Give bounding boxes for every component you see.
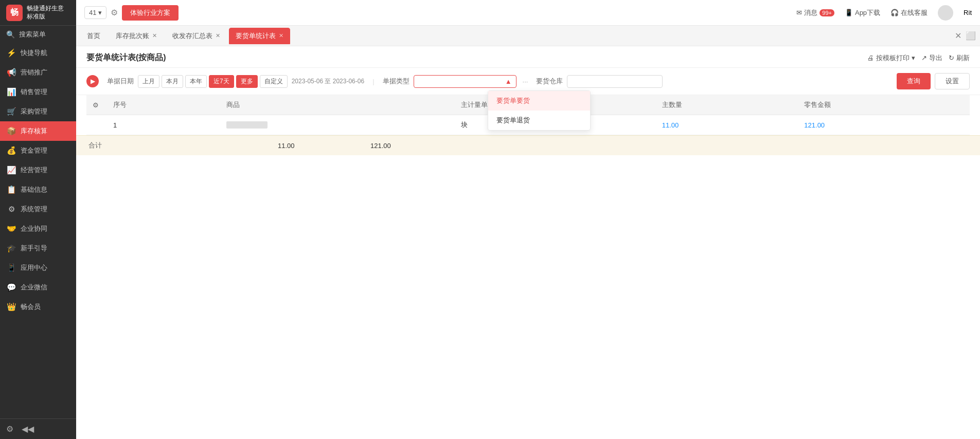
nav-label-app-center: 应用中心: [21, 263, 47, 272]
type-input[interactable]: [418, 78, 505, 85]
nav-icon-member: 👑: [6, 302, 16, 312]
dropdown-item-order-request[interactable]: 要货单要货: [488, 91, 590, 111]
sidebar-item-inventory[interactable]: 📦库存核算: [0, 121, 76, 141]
nav-label-operation: 经营管理: [21, 166, 47, 175]
page-actions: 🖨 按模板打印 ▾ ↗ 导出 ↻ 刷新: [867, 53, 970, 63]
tab-close-inventory-batch[interactable]: ✕: [152, 32, 157, 39]
sidebar-item-sales[interactable]: 📊销售管理: [0, 82, 76, 102]
custom-date-btn[interactable]: 自定义: [260, 75, 288, 88]
filter-expand-button[interactable]: ▶: [86, 75, 99, 87]
refresh-button[interactable]: ↻ 刷新: [949, 53, 970, 63]
nav-icon-quick-nav: ⚡: [6, 48, 16, 58]
service-icon: 🎧: [890, 9, 899, 16]
sidebar-item-operation[interactable]: 📈经营管理: [0, 160, 76, 180]
export-button[interactable]: ↗ 导出: [921, 53, 942, 63]
nav-label-system: 系统管理: [21, 205, 47, 214]
warehouse-input[interactable]: [572, 78, 658, 85]
tab-close-collect-summary[interactable]: ✕: [216, 32, 220, 39]
sidebar-item-finance[interactable]: 💰资金管理: [0, 141, 76, 160]
this-month-btn[interactable]: 本月: [162, 75, 183, 88]
page-header: 要货单统计表(按商品) 🖨 按模板打印 ▾ ↗ 导出 ↻ 刷新: [76, 46, 980, 68]
separator: |: [372, 78, 374, 85]
tab-label-collect-summary: 收发存汇总表: [172, 31, 212, 41]
collapse-icon[interactable]: ◀◀: [22, 424, 34, 434]
online-service-label: 在线客服: [901, 8, 928, 17]
quantity-link[interactable]: 11.00: [662, 121, 679, 129]
company-selector[interactable]: 41 ▾: [84, 6, 106, 19]
sidebar-item-purchase[interactable]: 🛒采购管理: [0, 102, 76, 121]
table-footer: 合计 11.00 121.00: [76, 135, 980, 155]
app-logo: 畅: [6, 5, 23, 21]
dropdown-item-order-return[interactable]: 要货单退货: [488, 111, 590, 130]
chevron-down-icon: ▾: [98, 9, 102, 16]
app-download-item[interactable]: 📱 App下载: [845, 8, 880, 17]
sidebar-item-basic[interactable]: 📋基础信息: [0, 180, 76, 199]
restore-icon[interactable]: ⬜: [966, 31, 976, 41]
sidebar-item-system[interactable]: ⚙系统管理: [0, 199, 76, 219]
type-input-wrapper[interactable]: ▲: [414, 75, 516, 88]
sidebar-item-wechat[interactable]: 💬企业微信: [0, 278, 76, 297]
table-settings-icon[interactable]: ⚙: [93, 101, 99, 109]
amount-link[interactable]: 121.00: [804, 121, 825, 129]
app-title: 畅捷通好生意 标准版: [27, 5, 64, 21]
this-year-btn[interactable]: 本年: [185, 75, 207, 88]
footer-amount: 121.00: [370, 142, 432, 150]
settings-icon[interactable]: ⚙: [6, 424, 13, 434]
settings-gear-icon[interactable]: ⚙: [111, 8, 118, 17]
settings-column-header: ⚙: [86, 95, 107, 115]
page-title: 要货单统计表(按商品): [86, 52, 166, 63]
sidebar-item-app-center[interactable]: 📱应用中心: [0, 258, 76, 278]
nav-label-basic: 基础信息: [21, 185, 47, 194]
type-chevron-up-icon[interactable]: ▲: [505, 78, 512, 85]
sidebar-item-quick-nav[interactable]: ⚡快捷导航: [0, 43, 76, 63]
sidebar-item-member[interactable]: 👑畅会员: [0, 297, 76, 317]
nav-label-finance: 资金管理: [21, 146, 47, 155]
row-amount: 121.00: [798, 115, 970, 135]
last-month-btn[interactable]: 上月: [138, 75, 159, 88]
warehouse-input-wrapper[interactable]: [567, 75, 663, 88]
footer-quantity: 11.00: [278, 142, 340, 150]
nav-label-wechat: 企业微信: [21, 283, 47, 292]
nav-label-newbie: 新手引导: [21, 244, 47, 253]
tab-inventory-batch[interactable]: 库存批次账✕: [109, 28, 164, 44]
settings-button[interactable]: 设置: [935, 73, 970, 89]
sidebar-nav: ⚡快捷导航📢营销推广📊销售管理🛒采购管理📦库存核算💰资金管理📈经营管理📋基础信息…: [0, 43, 76, 418]
trial-button[interactable]: 体验行业方案: [122, 5, 179, 21]
tab-home[interactable]: 首页: [80, 28, 107, 44]
tab-collect-summary[interactable]: 收发存汇总表✕: [166, 28, 227, 44]
row-index: 1: [107, 115, 220, 135]
print-button[interactable]: 🖨 按模板打印 ▾: [867, 53, 915, 63]
tab-close-order-summary[interactable]: ✕: [279, 32, 283, 39]
dropdown-overlay: 要货单要货要货单退货: [488, 90, 591, 131]
selector-value: 41: [89, 9, 96, 16]
query-button[interactable]: 查询: [897, 73, 931, 89]
search-icon: 🔍: [6, 30, 15, 39]
page-content: 要货单统计表(按商品) 🖨 按模板打印 ▾ ↗ 导出 ↻ 刷新 ▶: [76, 46, 980, 439]
nav-label-member: 畅会员: [21, 302, 41, 312]
more-btn[interactable]: 更多: [236, 75, 258, 88]
warehouse-filter-group: 要货仓库: [536, 75, 663, 88]
sidebar-search[interactable]: 🔍 搜索菜单: [0, 26, 76, 43]
print-chevron-icon: ▾: [912, 54, 915, 62]
sidebar-item-enterprise[interactable]: 🤝企业协同: [0, 219, 76, 239]
topbar-right: ✉ 消息 99+ 📱 App下载 🎧 在线客服 Rit: [796, 5, 972, 21]
message-item[interactable]: ✉ 消息 99+: [796, 8, 834, 17]
print-icon: 🖨: [867, 54, 874, 62]
nav-label-purchase: 采购管理: [21, 107, 47, 116]
filter-more-icon[interactable]: ···: [523, 78, 528, 85]
nav-icon-app-center: 📱: [6, 263, 16, 272]
last-7days-btn[interactable]: 近7天: [209, 75, 234, 88]
nav-label-quick-nav: 快捷导航: [21, 48, 47, 58]
row-product: [220, 115, 455, 135]
footer-label: 合计: [82, 141, 195, 150]
filter-bar: ▶ 单据日期 上月 本月 本年 近7天 更多 自定义 2023-05-06 至 …: [76, 68, 980, 95]
col-index: 序号: [107, 95, 220, 115]
warehouse-label: 要货仓库: [536, 77, 563, 86]
sidebar-item-marketing[interactable]: 📢营销推广: [0, 63, 76, 82]
avatar[interactable]: [938, 5, 953, 21]
tabs-right-actions: ✕ ⬜: [955, 31, 976, 41]
tab-order-summary[interactable]: 要货单统计表✕: [229, 28, 290, 44]
close-all-icon[interactable]: ✕: [955, 31, 961, 41]
sidebar-item-newbie[interactable]: 🎓新手引导: [0, 239, 76, 258]
online-service-item[interactable]: 🎧 在线客服: [890, 8, 928, 17]
